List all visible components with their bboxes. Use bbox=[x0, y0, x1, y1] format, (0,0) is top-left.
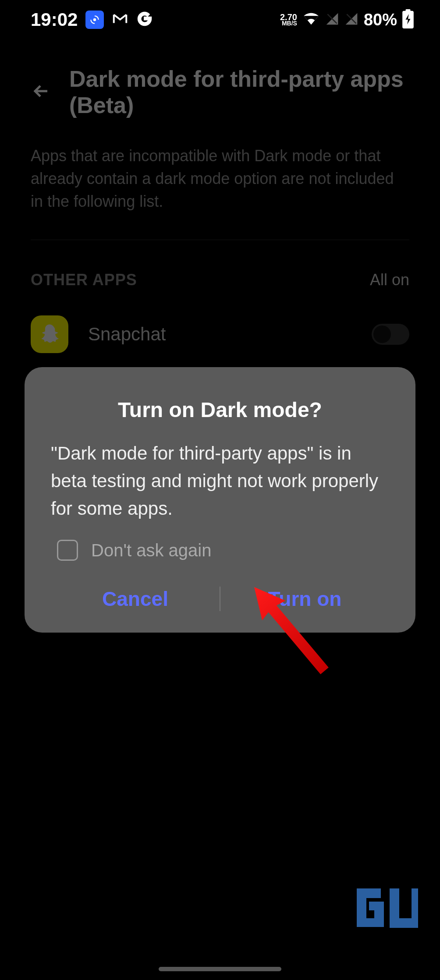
page-description: Apps that are incompatible with Dark mod… bbox=[31, 131, 409, 240]
watermark-logo bbox=[357, 888, 418, 936]
checkbox-icon[interactable] bbox=[57, 540, 78, 561]
sim1-icon bbox=[325, 12, 339, 28]
dialog-title: Turn on Dark mode? bbox=[51, 398, 389, 422]
dark-mode-dialog: Turn on Dark mode? "Dark mode for third-… bbox=[25, 367, 415, 633]
svg-rect-2 bbox=[406, 9, 411, 12]
gesture-nav-bar[interactable] bbox=[159, 967, 281, 971]
toggle-switch[interactable] bbox=[372, 324, 409, 345]
snapchat-icon bbox=[31, 315, 68, 353]
app-name: Snapchat bbox=[88, 324, 352, 345]
sim2-icon bbox=[344, 12, 358, 28]
app-row-snapchat[interactable]: Snapchat bbox=[31, 307, 409, 362]
status-time: 19:02 bbox=[31, 9, 78, 30]
other-apps-heading: OTHER APPS bbox=[31, 271, 137, 289]
status-left: 19:02 bbox=[31, 9, 153, 30]
gmail-icon bbox=[112, 11, 128, 29]
dialog-body: "Dark mode for third-party apps" is in b… bbox=[51, 439, 389, 522]
section-header: OTHER APPS All on bbox=[31, 240, 409, 307]
checkbox-label: Don't ask again bbox=[91, 541, 211, 560]
status-bar: 19:02 2.70 MB/S 80% bbox=[0, 0, 440, 39]
google-icon bbox=[136, 11, 153, 29]
wifi-icon bbox=[302, 10, 320, 29]
cancel-button[interactable]: Cancel bbox=[51, 583, 220, 615]
battery-percentage: 80% bbox=[364, 11, 397, 29]
battery-charging-icon bbox=[402, 9, 414, 30]
dialog-buttons: Cancel Turn on bbox=[51, 583, 389, 615]
page-header: Dark mode for third-party apps (Beta) bbox=[31, 39, 409, 131]
all-on-link[interactable]: All on bbox=[370, 271, 409, 289]
network-speed: 2.70 MB/S bbox=[280, 14, 297, 26]
cast-icon bbox=[85, 11, 104, 29]
svg-point-0 bbox=[93, 18, 96, 21]
back-arrow-icon[interactable] bbox=[31, 81, 52, 103]
status-right: 2.70 MB/S 80% bbox=[280, 9, 414, 30]
turn-on-button[interactable]: Turn on bbox=[220, 583, 389, 615]
dont-ask-again-row[interactable]: Don't ask again bbox=[51, 540, 389, 561]
page-title: Dark mode for third-party apps (Beta) bbox=[69, 66, 409, 118]
